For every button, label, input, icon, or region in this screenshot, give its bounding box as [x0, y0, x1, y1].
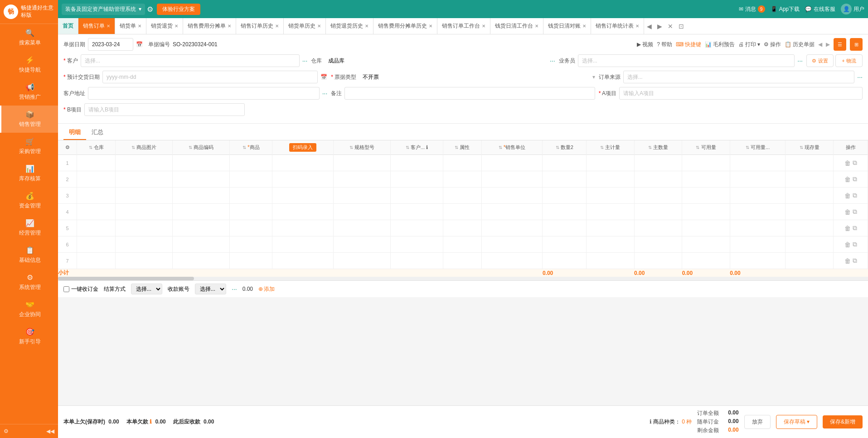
- copy-icon-5[interactable]: ⧉: [853, 224, 857, 232]
- sidebar-item-经营管理[interactable]: 📈经营管理: [0, 214, 58, 241]
- add-material-btn[interactable]: + 物流: [835, 54, 863, 67]
- sidebar-item-销售管理[interactable]: 📦销售管理: [0, 106, 58, 133]
- grid-view-btn[interactable]: ☰: [834, 38, 846, 51]
- tab-10[interactable]: 钱货日清工作台✕: [490, 18, 543, 34]
- tab-1[interactable]: 销售订单✕: [78, 18, 115, 34]
- help-btn[interactable]: ? 帮助: [657, 41, 672, 48]
- quick-payment-checkbox[interactable]: [63, 286, 69, 292]
- tab-close-7[interactable]: ✕: [365, 24, 369, 29]
- ops-btn[interactable]: ⚙ 操作: [764, 41, 781, 48]
- order-source-more-btn[interactable]: ···: [857, 73, 863, 81]
- tab-close-10[interactable]: ✕: [535, 24, 538, 29]
- remark-input[interactable]: [344, 87, 595, 100]
- sidebar-item-系统管理[interactable]: ⚙系统管理: [0, 269, 58, 296]
- user-item[interactable]: 👤 用户: [841, 4, 864, 14]
- add-payment-btn[interactable]: ⊕ 添加: [258, 285, 275, 293]
- messages-item[interactable]: ✉ 消息 9: [739, 5, 765, 13]
- tab-close-3[interactable]: ✕: [175, 24, 178, 29]
- tab-close-8[interactable]: ✕: [429, 24, 432, 29]
- copy-icon-1[interactable]: ⧉: [853, 159, 857, 167]
- sidebar-item-新手引导[interactable]: 🎯新手引导: [0, 323, 58, 350]
- tab-close-12[interactable]: ✕: [635, 24, 639, 29]
- tab-close-9[interactable]: ✕: [482, 24, 485, 29]
- tab-8[interactable]: 销售费用分摊单历史✕: [373, 18, 437, 34]
- settings-icon[interactable]: ⚙: [147, 5, 153, 14]
- receipt-more-btn[interactable]: ···: [232, 285, 237, 293]
- tab-close-2[interactable]: ✕: [138, 24, 141, 29]
- delete-icon-2[interactable]: 🗑: [844, 176, 851, 183]
- delete-icon-5[interactable]: 🗑: [844, 225, 851, 232]
- nav-next-icon[interactable]: ▶: [826, 41, 830, 48]
- copy-icon-4[interactable]: ⧉: [853, 208, 857, 216]
- tab-prev[interactable]: ◀: [644, 23, 655, 30]
- tab-11[interactable]: 钱货日清对账✕: [543, 18, 591, 34]
- customer-more-btn[interactable]: ···: [302, 57, 308, 64]
- copy-icon-7[interactable]: ⧉: [853, 257, 857, 265]
- delete-icon-6[interactable]: 🗑: [844, 241, 851, 248]
- delete-icon-3[interactable]: 🗑: [844, 192, 851, 199]
- history-btn[interactable]: 📋 历史单据: [785, 41, 815, 48]
- sidebar-item-基础信息[interactable]: 📋基础信息: [0, 241, 58, 269]
- tab-close-5[interactable]: ✕: [275, 24, 279, 29]
- delete-icon-7[interactable]: 🗑: [844, 257, 851, 265]
- b-project-input[interactable]: [84, 103, 245, 116]
- a-project-input[interactable]: [619, 87, 863, 100]
- tab-0[interactable]: 首页: [58, 18, 78, 34]
- tab-3[interactable]: 销货退货✕: [146, 18, 183, 34]
- tab-close-all[interactable]: ✕: [665, 23, 676, 30]
- order-source-input[interactable]: [623, 71, 855, 83]
- tab-7[interactable]: 销货退货历史✕: [326, 18, 373, 34]
- horizontal-scrollbar[interactable]: [58, 277, 868, 280]
- online-service-item[interactable]: 💬 在线客服: [805, 5, 835, 13]
- sidebar-item-采购管理[interactable]: 🛒采购管理: [0, 133, 58, 160]
- tab-next[interactable]: ▶: [655, 23, 665, 30]
- quick-payment-item[interactable]: 一键收订金: [63, 285, 98, 293]
- tab-close-1[interactable]: ✕: [107, 24, 110, 29]
- shortcut-btn[interactable]: ⌨ 快捷键: [676, 41, 701, 48]
- tab-close-11[interactable]: ✕: [582, 24, 586, 29]
- video-btn[interactable]: ▶ 视频: [637, 41, 653, 48]
- profit-btn[interactable]: 📊 毛利预告: [705, 41, 735, 48]
- detail-tab-明细[interactable]: 明细: [63, 125, 86, 140]
- delete-icon-4[interactable]: 🗑: [844, 208, 851, 216]
- delivery-date-input[interactable]: [102, 71, 318, 83]
- customer-address-input[interactable]: [88, 87, 320, 100]
- tab-expand[interactable]: ⊡: [676, 23, 687, 30]
- collapse-icon[interactable]: ◀◀: [46, 428, 54, 434]
- print-btn[interactable]: 🖨 打印 ▾: [738, 41, 760, 48]
- tab-2[interactable]: 销货单✕: [115, 18, 146, 34]
- copy-icon-3[interactable]: ⧉: [853, 192, 857, 199]
- system-selector[interactable]: 装备及固定资产辅助管理系统 ▾: [62, 4, 145, 15]
- nav-prev-icon[interactable]: ◀: [818, 41, 822, 48]
- sidebar-item-快捷导航[interactable]: ⚡快捷导航: [0, 51, 58, 78]
- tab-5[interactable]: 销售订单历史✕: [236, 18, 284, 34]
- th-settings[interactable]: ⚙: [58, 140, 77, 155]
- warehouse-more-btn[interactable]: ···: [550, 57, 555, 64]
- delivery-cal-icon[interactable]: 📅: [320, 74, 327, 80]
- save-new-btn[interactable]: 保存&新增: [823, 415, 863, 428]
- sidebar-item-资金管理[interactable]: 💰资金管理: [0, 187, 58, 214]
- detail-tab-汇总[interactable]: 汇总: [86, 125, 109, 140]
- salesperson-more-btn[interactable]: ···: [797, 57, 803, 64]
- app-download-item[interactable]: 📱 App下载: [771, 5, 800, 13]
- abandon-btn[interactable]: 放弃: [744, 415, 771, 429]
- tab-12[interactable]: 销售订单统计表✕: [591, 18, 644, 34]
- copy-icon-2[interactable]: ⧉: [853, 175, 857, 183]
- tab-6[interactable]: 销货单历史✕: [284, 18, 326, 34]
- copy-icon-6[interactable]: ⧉: [853, 241, 857, 248]
- settings-icon[interactable]: ⚙: [4, 428, 9, 434]
- sidebar-item-库存核算[interactable]: 📊库存核算: [0, 160, 58, 187]
- payment-method-select[interactable]: 选择...: [131, 284, 162, 294]
- invoice-type-dropdown[interactable]: ▾: [592, 74, 595, 80]
- sidebar-item-营销推广[interactable]: 📢营销推广: [0, 78, 58, 106]
- tab-9[interactable]: 销售订单工作台✕: [437, 18, 490, 34]
- sidebar-item-企业协同[interactable]: 🤝企业协同: [0, 296, 58, 323]
- salesperson-input[interactable]: [578, 54, 795, 67]
- settings-action-btn[interactable]: ⚙ 设置: [806, 54, 834, 67]
- tab-close-6[interactable]: ✕: [317, 24, 321, 29]
- panel-view-btn[interactable]: ⊞: [850, 38, 863, 51]
- experience-btn[interactable]: 体验行业方案: [157, 4, 200, 15]
- save-draft-btn[interactable]: 保存草稿 ▾: [776, 415, 817, 429]
- customer-input[interactable]: [81, 54, 300, 67]
- scan-btn[interactable]: 扫码录入: [289, 143, 316, 152]
